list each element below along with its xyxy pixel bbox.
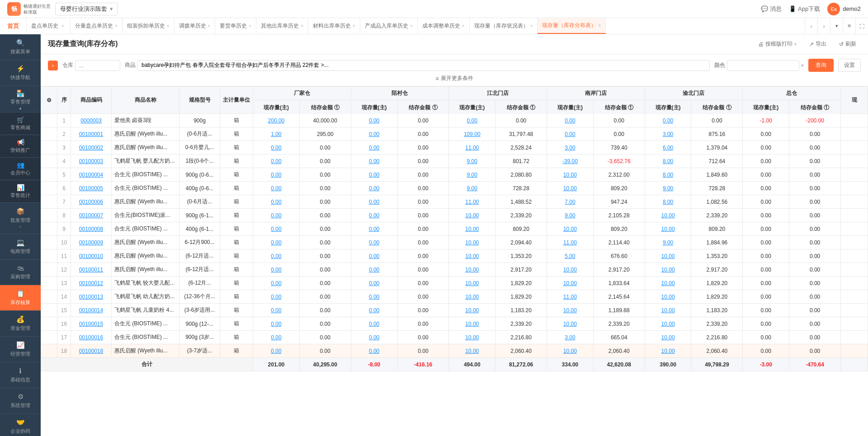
expand-filter-btn[interactable]: › (48, 61, 58, 70)
tab-ruku[interactable]: 产成品入库单历史× (360, 18, 418, 34)
col-settings[interactable]: ⚙ (41, 87, 57, 114)
color-input[interactable] (727, 60, 799, 71)
sidebar-item-marketing[interactable]: 📢 营销推广 (0, 135, 41, 158)
sidebar-item-member[interactable]: 👥 会员中心 (0, 158, 41, 180)
col-yubei-amt: 结存金额 ① (691, 101, 743, 114)
store-selector[interactable]: 母婴行业演示陈套 ▾ (55, 3, 118, 15)
wholesale-icon: 📦 (16, 207, 25, 216)
sidebar-item-basic[interactable]: ℹ 基础信息 (0, 362, 41, 388)
color-dropdown-icon[interactable]: ▾ (801, 62, 804, 69)
sidebar-item-collab[interactable]: 🤝 企业协同 (0, 414, 41, 436)
operations-icon: 📈 (16, 341, 25, 349)
col-total-qty: 现存量(主) (743, 101, 789, 114)
close-icon[interactable]: × (462, 23, 465, 28)
export-btn[interactable]: ↗导出 (805, 38, 831, 50)
sidebar-item-retail-stats[interactable]: 📊 零售统计 (0, 180, 41, 203)
sidebar: 🔍 搜索英单 ⚡ 快捷导航 🏪 零售管理 ▲ 🛒 零售商城 📢 营销推广 � (0, 34, 41, 436)
tab-close-all-btn[interactable]: ✕ (843, 18, 855, 34)
sidebar-item-retail-mall[interactable]: 🛒 零售商城 (0, 113, 41, 135)
sidebar-item-purchase[interactable]: 🛍 采购管理 (0, 260, 41, 285)
close-icon[interactable]: × (598, 23, 601, 28)
table-row: 5 00100004 合生元 (BIOSTIME) ... 900g (0-6.… (41, 168, 868, 182)
table-container[interactable]: ⚙ 序 商品编码 商品名称 规格型号 主计量单位 厂家仓 陌村仓 江北门店 南岸… (41, 86, 868, 436)
inventory-icon: 📋 (16, 290, 25, 298)
tab-fullscreen-btn[interactable]: ⛶ (855, 18, 868, 34)
tab-kucun-dist[interactable]: 现存量（库存分布表）× (538, 18, 606, 34)
col-idx: 序 (57, 87, 71, 114)
sidebar-item-finance[interactable]: 💰 资金管理 (0, 311, 41, 337)
sidebar-item-wholesale[interactable]: 📦 批发管理 ▼ (0, 203, 41, 234)
close-icon[interactable]: × (301, 23, 303, 28)
tab-chenben[interactable]: 成本调整单历史× (418, 18, 470, 34)
sidebar-item-search[interactable]: 🔍 搜索英单 (0, 34, 41, 60)
table-row: 6 00100005 合生元 (BIOSTIME) ... 400g (0-6.… (41, 182, 868, 195)
member-icon: 👥 (17, 161, 24, 169)
col-spec: 规格型号 (179, 87, 220, 114)
close-icon[interactable]: × (167, 23, 170, 28)
close-icon[interactable]: × (60, 23, 66, 29)
avatar: Ea (827, 3, 840, 15)
query-btn[interactable]: 查询 (808, 59, 834, 72)
col-group-nanan: 南岸门店 (547, 87, 645, 100)
marketing-icon: 📢 (17, 139, 24, 146)
setting-btn[interactable]: 设置 (838, 59, 861, 72)
warehouse-input[interactable] (75, 60, 120, 71)
tab-next-btn[interactable]: › (817, 18, 830, 34)
tab-yaohuo[interactable]: 要货单历史× (215, 18, 256, 34)
tab-pandian[interactable]: 盘点单历史× (27, 18, 71, 34)
tab-fenpan[interactable]: 分量盘点单历史× (71, 18, 123, 34)
tab-clchuku[interactable]: 材料出库单历史× (308, 18, 360, 34)
refresh-btn[interactable]: ↺刷新 (835, 38, 861, 50)
tab-home[interactable]: 首页 (0, 18, 27, 34)
goods-label: 商品 (125, 61, 136, 69)
table-row: 16 00100015 合生元 (BIOSTIME) ... 900g (12-… (41, 317, 868, 331)
tab-menu-btn[interactable]: ▾ (830, 18, 843, 34)
retail-icon: 🏪 (16, 89, 25, 98)
sidebar-item-system[interactable]: ⚙ 系统管理 (0, 388, 41, 414)
logo: 畅 畅捷通好生意标准版 (7, 2, 51, 16)
col-mocun-amt: 结存金额 ① (397, 101, 449, 114)
print-btn[interactable]: 🖨按模版打印▾ (754, 38, 801, 50)
table-row: 7 00100006 惠氏启醒 (Wyeth illu... (0-6月适...… (41, 195, 868, 209)
color-label: 颜色 (714, 61, 725, 69)
tab-diaob[interactable]: 调拨单历史× (175, 18, 216, 34)
close-icon[interactable]: × (115, 23, 118, 28)
col-nanan-amt: 结存金额 ① (593, 101, 645, 114)
col-mocun-qty: 现存量(主) (351, 101, 397, 114)
close-icon[interactable]: × (208, 23, 211, 28)
tab-zuzhuang[interactable]: 组装拆卸单历史× (123, 18, 175, 34)
close-icon[interactable]: × (410, 23, 413, 28)
col-total-amt: 结存金额 ① (789, 101, 841, 114)
sidebar-item-retail-mgmt[interactable]: 🏪 零售管理 ▲ (0, 86, 41, 113)
col-nanan-qty: 现存量(主) (547, 101, 593, 114)
stats-icon: 📊 (17, 184, 24, 191)
table-row: 8 00100007 合生元(BIOSTIME)派... 900g (6-1..… (41, 209, 868, 222)
close-icon[interactable]: × (530, 23, 533, 28)
app-download-btn[interactable]: 📱App下载 (789, 5, 820, 13)
total-row: 合计 201.00 40,295.00 -8.00 -416.16 494.00… (41, 358, 868, 371)
tab-prev-btn[interactable]: ‹ (805, 18, 817, 34)
col-group-jiangbei: 江北门店 (449, 87, 547, 100)
col-group-factory: 厂家仓 (253, 87, 351, 100)
sidebar-item-nav[interactable]: ⚡ 快捷导航 (0, 60, 41, 86)
sidebar-item-operations[interactable]: 📈 经营管理 (0, 337, 41, 362)
message-btn[interactable]: 💬消息 (761, 5, 782, 13)
col-yubei-qty: 现存量(主) (645, 101, 691, 114)
col-group-yubei: 渝北门店 (645, 87, 743, 100)
table-row: 9 00100008 合生元 (BIOSTIME) ... 400g (6-1.… (41, 222, 868, 236)
col-code: 商品编码 (71, 87, 112, 114)
close-icon[interactable]: × (353, 23, 355, 28)
search-icon: 🔍 (16, 39, 25, 47)
sidebar-item-inventory[interactable]: 📋 库存核算 (0, 285, 41, 311)
col-group-mocun: 陌村仓 (351, 87, 449, 100)
close-icon[interactable]: × (249, 23, 251, 28)
sidebar-item-ecommerce[interactable]: 💻 电商管理 (0, 234, 41, 260)
col-extra: 现 (841, 87, 868, 114)
user-menu[interactable]: Ea demo2 (827, 3, 861, 15)
search-area: › 仓库 商品 颜色 (41, 54, 868, 86)
tab-kucun-status[interactable]: 现存量（库存状况表）× (470, 18, 538, 34)
goods-input[interactable] (137, 60, 710, 71)
tab-bar: 首页 盘点单历史× 分量盘点单历史× 组装拆卸单历史× 调拨单历史× 要货单历史… (0, 18, 868, 34)
tab-qtchuku[interactable]: 其他出库单历史× (256, 18, 308, 34)
expand-conditions-btn[interactable]: ≡展开更多条件 (435, 75, 473, 82)
